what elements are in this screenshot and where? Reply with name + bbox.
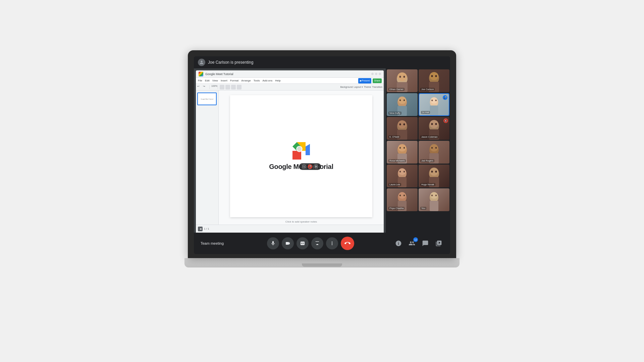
mic-button[interactable] [267, 237, 279, 249]
participant-name-you: You [420, 207, 426, 210]
slides-bottom-bar: ◀ 1 / 1 [196, 225, 384, 233]
svg-point-35 [431, 123, 433, 125]
participant-count-badge: 12 [413, 237, 418, 242]
chat-button[interactable] [421, 239, 430, 248]
svg-point-61 [404, 195, 405, 196]
participant-name-jo: Jo Hall [421, 111, 430, 114]
presenter-text: Joe Carlson is presenting [208, 60, 253, 65]
menu-edit[interactable]: Edit [205, 79, 210, 82]
participant-name-nina: Nina Duffy [388, 112, 401, 115]
mic-active-icon: 🎤 [443, 95, 447, 100]
shape-tool[interactable] [237, 85, 241, 89]
participant-name-rosa: Rosa Michaels [388, 159, 406, 162]
menu-view[interactable]: View [212, 79, 218, 82]
participant-tile-jad: Jad Rogers [419, 141, 449, 164]
info-button[interactable] [394, 239, 403, 248]
more-options-button[interactable] [326, 237, 338, 249]
svg-point-18 [398, 97, 406, 104]
zoom-icon[interactable]: 100% [211, 85, 216, 89]
participant-tile-nina: Nina Duffy [387, 93, 418, 116]
svg-point-8 [397, 72, 407, 81]
slides-favicon [199, 72, 203, 76]
mic-off-icon-jason: 🔇 [443, 118, 448, 123]
slides-nav-prev[interactable]: ◀ [198, 227, 203, 231]
screen-bezel: Joe Carlson is presenting Google Meet Tu… [188, 50, 456, 258]
svg-point-25 [431, 100, 433, 101]
svg-point-10 [399, 76, 401, 78]
presenter-bar: Joe Carlson is presenting [194, 56, 450, 68]
transition-btn[interactable]: Transition [372, 86, 382, 88]
svg-rect-64 [430, 201, 438, 211]
participant-tile-konell: K. O'Neill [387, 117, 418, 140]
svg-point-36 [435, 123, 437, 125]
menu-help[interactable]: Help [275, 79, 280, 82]
menu-file[interactable]: File [198, 79, 202, 82]
participant-name-ethan: Ethan Garner [388, 88, 405, 91]
participant-name-konell: K. O'Neill [388, 135, 400, 138]
svg-point-55 [431, 171, 433, 173]
controls-right: 12 [394, 239, 443, 248]
participant-name-hugo: Hugo Novak [420, 183, 435, 186]
svg-point-51 [404, 171, 405, 173]
redo-icon[interactable]: ↪ [203, 85, 208, 89]
menu-arrange[interactable]: Arrange [241, 79, 251, 82]
participant-tile-you: You [419, 188, 449, 211]
hover-mic-btn[interactable]: 🎤 [308, 164, 312, 169]
svg-point-13 [430, 72, 438, 80]
svg-marker-4 [306, 144, 310, 155]
laptop-shell: Joe Carlson is presenting Google Meet Tu… [184, 50, 460, 312]
svg-point-31 [404, 123, 405, 125]
captions-button[interactable] [297, 237, 309, 249]
laptop-notch [302, 263, 342, 267]
share-button[interactable]: Share [373, 78, 382, 83]
hover-btn-2[interactable]: ✕ [314, 164, 318, 169]
present-button[interactable] [311, 237, 323, 249]
laptop-base [184, 258, 460, 267]
svg-point-21 [404, 100, 405, 101]
people-button[interactable]: 12 [407, 239, 417, 248]
theme-btn[interactable]: Theme [364, 86, 371, 88]
svg-point-28 [398, 120, 407, 128]
cursor-tool[interactable] [220, 85, 224, 89]
slides-tab-title: Google Meet Tutorial [205, 72, 369, 76]
present-button[interactable]: ▶ Present [358, 78, 371, 83]
slide-hover-toolbar: ⋯ 🎤 ✕ [299, 163, 321, 170]
layout-btn[interactable]: Layout ▾ [354, 86, 363, 88]
participant-tile-rosa: Rosa Michaels [387, 141, 418, 164]
image-tool[interactable] [231, 85, 236, 89]
hover-btn-1[interactable]: ⋯ [302, 164, 306, 169]
participant-tile-jo: 🎤 Jo Hall [419, 93, 449, 116]
slide-thumbnail-1[interactable]: Google Meet Tutorial [197, 93, 217, 105]
camera-button[interactable] [282, 237, 294, 249]
menu-insert[interactable]: Insert [221, 79, 227, 82]
meet-main: Google Meet Tutorial File Edit [194, 68, 450, 233]
svg-point-38 [398, 144, 406, 152]
activities-button[interactable] [434, 239, 443, 248]
slides-main-area: Google Meet Tutorial ⋯ 🎤 ✕ [219, 90, 384, 225]
undo-icon[interactable]: ↩ [197, 85, 202, 89]
participant-tile-joe: Joe Carlson [419, 69, 449, 92]
slide-canvas: Google Meet Tutorial ⋯ 🎤 ✕ [230, 95, 372, 217]
svg-point-53 [430, 168, 438, 176]
menu-tools[interactable]: Tools [254, 79, 260, 82]
end-call-button[interactable] [341, 237, 354, 250]
svg-point-56 [435, 171, 437, 173]
slides-menu: File Edit View Insert Format Arrange Too… [196, 78, 384, 84]
slides-toolbar: ↩ ↪ 100% Background [196, 84, 384, 90]
background-btn[interactable]: Background [340, 86, 353, 88]
meet-container: Joe Carlson is presenting Google Meet Tu… [194, 56, 450, 254]
menu-addons[interactable]: Add-ons [262, 79, 272, 82]
svg-point-60 [399, 195, 401, 196]
participant-tile-jason: 🔇 Jason Coleman [419, 117, 449, 140]
speaker-notes[interactable]: Click to add speaker notes [230, 219, 372, 225]
participant-tile-laura: Laura Lee [387, 165, 418, 187]
text-tool[interactable] [225, 85, 230, 89]
menu-format[interactable]: Format [230, 79, 238, 82]
svg-point-16 [435, 75, 437, 77]
participant-name-joe: Joe Carlson [420, 88, 435, 91]
participant-name-priya: Priya Chadha [388, 207, 405, 210]
svg-point-66 [435, 195, 437, 196]
slides-window: Google Meet Tutorial File Edit [196, 70, 384, 233]
svg-rect-3 [292, 151, 301, 160]
svg-point-26 [435, 100, 437, 101]
